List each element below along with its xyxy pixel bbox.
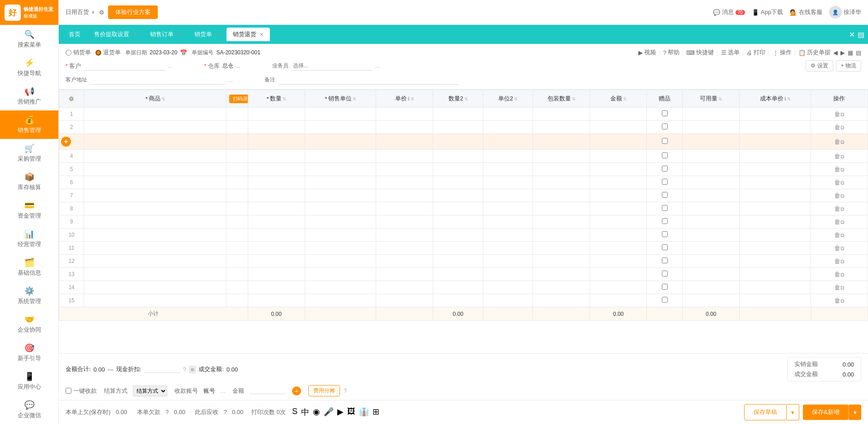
sidebar-item-weixin[interactable]: 💬 企业微信 xyxy=(0,395,58,424)
footer-icon-2[interactable]: 中 xyxy=(301,407,309,418)
account-dots[interactable]: ... xyxy=(221,388,225,394)
sidebar-item-system[interactable]: ⚙️ 系统管理 xyxy=(0,281,58,310)
price-cell[interactable] xyxy=(376,134,433,150)
qty-cell[interactable] xyxy=(248,108,305,121)
payment-amount-input[interactable] xyxy=(250,387,286,394)
product-cell[interactable] xyxy=(84,202,226,215)
settlement-select[interactable]: 结算方式 xyxy=(133,386,167,396)
gift-checkbox[interactable] xyxy=(662,138,668,144)
sidebar-item-purchase[interactable]: 🛒 采购管理 xyxy=(0,139,58,167)
product-cell[interactable] xyxy=(84,229,226,242)
unit2-cell[interactable] xyxy=(483,121,533,134)
tab-menu-icon[interactable]: ▤ xyxy=(858,30,864,39)
discount-input[interactable] xyxy=(144,366,180,373)
save-draft-btn[interactable]: 保存草稿 xyxy=(744,404,787,420)
gift-checkbox[interactable] xyxy=(662,205,668,211)
topbar-daily-goods[interactable]: 日用百货 ▼ xyxy=(66,8,95,16)
copy-icon[interactable]: ⧉ xyxy=(840,232,844,238)
one-key-pay-checkbox[interactable]: 一键收款 xyxy=(66,387,97,395)
sort-avail-icon[interactable]: ⇅ xyxy=(718,96,722,101)
sidebar-item-operations[interactable]: 📊 经营管理 xyxy=(0,224,58,253)
pack-cell[interactable] xyxy=(533,108,590,121)
gift-checkbox[interactable] xyxy=(662,124,668,129)
salesman-dots[interactable]: ... xyxy=(375,63,380,69)
product-cell[interactable] xyxy=(84,189,226,202)
customer-dots[interactable]: ... xyxy=(168,63,172,69)
delete-icon[interactable]: 🗑 xyxy=(834,179,840,186)
gift-checkbox[interactable] xyxy=(662,218,668,224)
tab-close-icon[interactable]: ✕ xyxy=(215,32,219,38)
tab-close-icon[interactable]: ✕ xyxy=(259,32,264,38)
radio-sale-input[interactable] xyxy=(66,50,71,56)
toolbar-select[interactable]: ☰ 选单 xyxy=(721,48,740,57)
sidebar-item-shortcut[interactable]: ⚡ 快捷导航 xyxy=(0,53,58,82)
copy-icon[interactable]: ⧉ xyxy=(840,298,844,304)
delete-icon[interactable]: 🗑 xyxy=(834,271,840,278)
radio-return-input[interactable] xyxy=(95,50,101,56)
topbar-message[interactable]: 💬 消息 70 xyxy=(713,8,745,16)
customer-input[interactable] xyxy=(84,61,165,71)
sidebar-item-basic[interactable]: 🗂️ 基础信息 xyxy=(0,253,58,281)
copy-icon[interactable]: ⧉ xyxy=(840,245,844,252)
save-draft-dropdown[interactable]: ▾ xyxy=(787,404,799,420)
gift-checkbox[interactable] xyxy=(662,192,668,198)
unit-cell[interactable] xyxy=(305,134,376,150)
tab-sale-goods[interactable]: 销货单 ✕ xyxy=(188,28,226,41)
demo-btn[interactable]: 体验行业方案 xyxy=(108,5,158,19)
sort-pack-icon[interactable]: ⇅ xyxy=(572,96,576,101)
product-cell[interactable] xyxy=(84,121,226,134)
pack-cell[interactable] xyxy=(533,134,590,150)
copy-icon[interactable]: ⧉ xyxy=(840,111,844,118)
footer-icon-4[interactable]: 🎤 xyxy=(324,407,334,418)
delete-icon[interactable]: 🗑 xyxy=(834,297,840,304)
gift-checkbox[interactable] xyxy=(662,284,668,290)
tab-close-icon[interactable]: ✕ xyxy=(132,32,137,38)
product-cell[interactable] xyxy=(84,150,226,163)
gift-checkbox[interactable] xyxy=(662,297,668,303)
toolbar-history[interactable]: 📋 历史单据 xyxy=(798,48,830,57)
copy-icon[interactable]: ⧉ xyxy=(840,258,844,265)
delete-icon[interactable]: 🗑 xyxy=(834,231,840,238)
sidebar-item-sales[interactable]: 💰 销售管理 xyxy=(0,110,58,139)
sort-unit2-icon[interactable]: ⇅ xyxy=(514,96,518,101)
footer-icon-6[interactable]: 🖼 xyxy=(347,407,355,418)
save-new-btn[interactable]: 保存&新增 xyxy=(803,405,849,420)
product-cell[interactable] xyxy=(84,268,226,281)
qty-cell[interactable] xyxy=(248,134,305,150)
product-cell[interactable] xyxy=(84,294,226,307)
discount-help-icon[interactable]: ? xyxy=(183,366,186,373)
gift-cell[interactable] xyxy=(647,134,683,150)
add-payment-btn[interactable]: + xyxy=(292,386,301,395)
sidebar-item-finance[interactable]: 💳 资金管理 xyxy=(0,196,58,224)
receivable-help-icon[interactable]: ? xyxy=(224,409,227,415)
tab-sale-price[interactable]: 售价提取设置 ✕ xyxy=(88,28,143,41)
copy-icon[interactable]: ⧉ xyxy=(840,272,844,278)
delete-icon[interactable]: 🗑 xyxy=(834,192,840,199)
gift-checkbox[interactable] xyxy=(662,179,668,185)
footer-icon-8[interactable]: ⊞ xyxy=(373,407,379,418)
gift-cell[interactable] xyxy=(647,121,683,134)
topbar-settings-btn[interactable]: ⚙ xyxy=(99,9,104,16)
product-cell[interactable] xyxy=(84,281,226,294)
copy-icon[interactable]: ⧉ xyxy=(840,193,844,199)
amount-cell[interactable] xyxy=(590,121,647,134)
fee-help-icon[interactable]: ? xyxy=(344,387,347,394)
toolbar-next[interactable]: ▶ xyxy=(840,49,845,56)
price-cell[interactable] xyxy=(376,121,433,134)
remark-input[interactable] xyxy=(278,75,459,85)
sort-qty2-icon[interactable]: ⇅ xyxy=(464,96,468,101)
sort-cost-icon[interactable]: ⇅ xyxy=(787,96,791,101)
product-cell[interactable] xyxy=(84,242,226,255)
sort-qty-icon[interactable]: ⇅ xyxy=(283,96,286,101)
gift-checkbox[interactable] xyxy=(662,110,668,116)
copy-icon[interactable]: ⧉ xyxy=(840,219,844,225)
delete-icon[interactable]: 🗑 xyxy=(834,124,840,131)
sidebar-item-inventory[interactable]: 📦 库存核算 xyxy=(0,167,58,196)
delete-icon[interactable]: 🗑 xyxy=(834,218,840,225)
copy-icon[interactable]: ⧉ xyxy=(840,206,844,212)
delete-icon[interactable]: 🗑 xyxy=(834,284,840,291)
copy-icon[interactable]: ⧉ xyxy=(840,167,844,173)
product-cell[interactable] xyxy=(84,215,226,229)
amount-cell[interactable] xyxy=(590,134,647,150)
footer-icon-3[interactable]: ◉ xyxy=(313,407,320,418)
